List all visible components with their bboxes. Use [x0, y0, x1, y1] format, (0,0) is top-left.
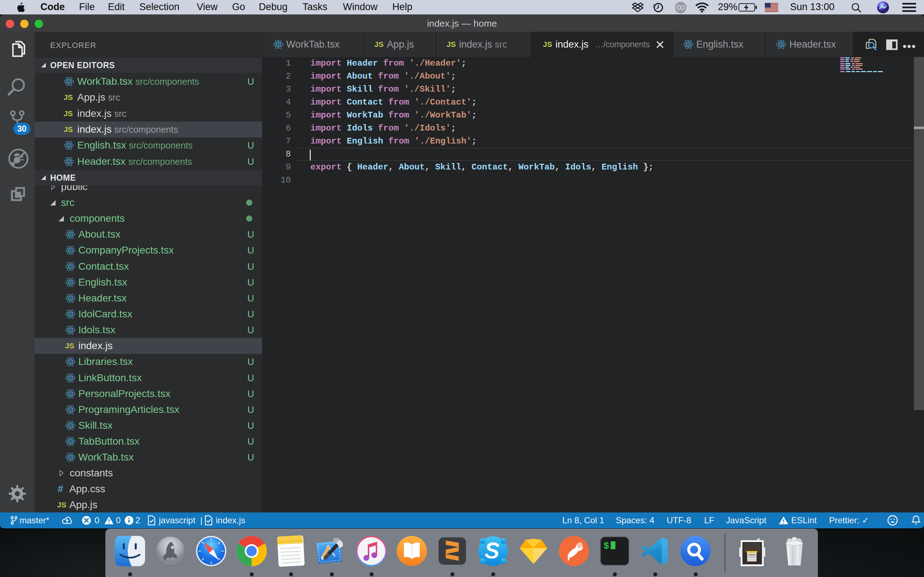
svg-text:$: $ — [604, 541, 609, 551]
